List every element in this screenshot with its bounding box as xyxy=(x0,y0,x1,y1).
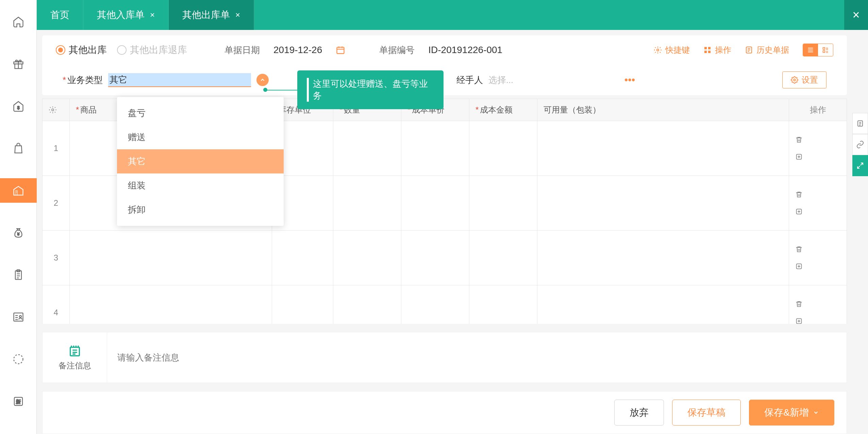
remarks-section: 备注信息 xyxy=(42,332,847,383)
radio-return[interactable]: 其他出库退库 xyxy=(117,44,187,56)
sidebar-money-home[interactable]: $ xyxy=(0,94,37,118)
right-rail xyxy=(852,113,868,176)
svg-rect-15 xyxy=(704,51,707,53)
handler-input[interactable]: 选择... xyxy=(488,74,618,86)
calendar-icon[interactable] xyxy=(336,45,345,55)
col-ops: 操作 xyxy=(789,99,847,121)
remarks-label: 备注信息 xyxy=(43,332,107,383)
tab-label: 其他出库单 xyxy=(182,9,230,21)
svg-point-7 xyxy=(19,316,21,318)
add-icon[interactable] xyxy=(795,317,840,324)
close-all-tabs[interactable]: × xyxy=(844,0,868,30)
tabs-bar: 首页 其他入库单× 其他出库单× × xyxy=(37,0,868,30)
delete-icon[interactable] xyxy=(795,136,840,144)
doc-label: 单据编号 xyxy=(379,44,415,56)
view-list[interactable] xyxy=(803,44,818,56)
sidebar-bag[interactable] xyxy=(0,136,37,161)
setting-button[interactable]: 设置 xyxy=(782,71,827,88)
svg-rect-16 xyxy=(708,51,711,53)
dropdown-item-selected[interactable]: 其它 xyxy=(117,149,284,173)
form-row: *业务类型 盘亏 赠送 其它 组装 拆卸 这里可以处理赠送、盘亏等业务 xyxy=(42,65,847,95)
sidebar-loading[interactable] xyxy=(0,347,37,371)
close-icon[interactable]: × xyxy=(150,10,155,20)
tab-label: 首页 xyxy=(50,9,69,21)
discard-button[interactable]: 放弃 xyxy=(614,400,664,425)
svg-rect-13 xyxy=(704,47,707,49)
svg-rect-11 xyxy=(337,47,344,54)
handler-field: 经手人 选择... xyxy=(456,74,618,86)
delete-icon[interactable] xyxy=(795,191,840,198)
col-amount: *成本金额 xyxy=(469,99,537,121)
svg-text:¥: ¥ xyxy=(17,232,19,236)
view-grid[interactable] xyxy=(818,44,833,56)
save-draft-button[interactable]: 保存草稿 xyxy=(672,400,741,425)
delete-icon[interactable] xyxy=(795,300,840,308)
biz-type-field: *业务类型 盘亏 赠送 其它 组装 拆卸 这里可以处理赠送、盘亏等业务 xyxy=(63,73,269,87)
sidebar-home[interactable] xyxy=(0,10,37,34)
doc-value: ID-20191226-001 xyxy=(428,45,502,55)
col-gear[interactable] xyxy=(43,99,70,121)
sidebar-users[interactable] xyxy=(0,305,37,329)
header-row: 其他出库 其他出库退库 单据日期 2019-12-26 单据编号 ID-2019… xyxy=(42,35,847,65)
more-icon[interactable]: ••• xyxy=(618,74,642,86)
svg-text:$: $ xyxy=(17,105,19,110)
tooltip-bubble: 这里可以处理赠送、盘亏等业务 xyxy=(297,70,444,109)
add-icon[interactable] xyxy=(795,263,840,270)
svg-point-8 xyxy=(14,355,23,364)
date-value[interactable]: 2019-12-26 xyxy=(273,45,322,55)
save-new-button[interactable]: 保存&新增 xyxy=(749,400,834,425)
dropdown-item[interactable]: 拆卸 xyxy=(117,198,284,222)
table-row[interactable]: 4 xyxy=(43,285,847,324)
chevron-up-icon[interactable] xyxy=(256,74,269,86)
tab-home[interactable]: 首页 xyxy=(37,0,83,30)
svg-point-12 xyxy=(657,49,659,51)
tab-label: 其他入库单 xyxy=(97,9,145,21)
dropdown-item[interactable]: 赠送 xyxy=(117,125,284,149)
close-icon[interactable]: × xyxy=(235,10,240,20)
rail-link-icon[interactable] xyxy=(852,134,868,155)
delete-icon[interactable] xyxy=(795,246,840,253)
date-label: 单据日期 xyxy=(224,44,260,56)
add-icon[interactable] xyxy=(795,208,840,215)
svg-text:新: 新 xyxy=(16,399,21,404)
view-toggle xyxy=(803,44,833,56)
rail-expand-icon[interactable] xyxy=(852,155,868,176)
tab-other-out[interactable]: 其他出库单× xyxy=(169,0,254,30)
dropdown-item[interactable]: 盘亏 xyxy=(117,101,284,125)
main-content: 其他出库 其他出库退库 单据日期 2019-12-26 单据编号 ID-2019… xyxy=(37,30,852,434)
dropdown-item[interactable]: 组装 xyxy=(117,173,284,198)
rail-notes-icon[interactable] xyxy=(852,113,868,134)
sidebar-warehouse[interactable] xyxy=(0,178,37,203)
sidebar-new[interactable]: 新 xyxy=(0,389,37,414)
footer-actions: 放弃 保存草稿 保存&新增 xyxy=(42,391,847,434)
tab-other-in[interactable]: 其他入库单× xyxy=(83,0,169,30)
svg-rect-18 xyxy=(823,48,825,50)
history-button[interactable]: 历史单据 xyxy=(745,45,789,55)
table-row[interactable]: 3 xyxy=(43,231,847,285)
svg-rect-19 xyxy=(823,51,825,53)
remarks-input[interactable] xyxy=(107,352,847,363)
sidebar-clipboard[interactable] xyxy=(0,263,37,287)
col-avail: 可用量（包装） xyxy=(537,99,789,121)
svg-rect-14 xyxy=(708,47,711,49)
ops-button[interactable]: 操作 xyxy=(703,45,731,55)
sidebar-gift[interactable] xyxy=(0,52,37,76)
shortcut-button[interactable]: 快捷键 xyxy=(654,45,690,55)
sidebar-moneybag[interactable]: ¥ xyxy=(0,220,37,245)
svg-point-21 xyxy=(52,109,54,111)
radio-out[interactable]: 其他出库 xyxy=(56,44,107,56)
sidebar: $ ¥ 新 xyxy=(0,0,37,434)
svg-point-20 xyxy=(794,79,796,81)
biz-type-dropdown: 盘亏 赠送 其它 组装 拆卸 xyxy=(117,97,284,226)
biz-type-input[interactable] xyxy=(108,73,251,87)
add-icon[interactable] xyxy=(795,153,840,161)
